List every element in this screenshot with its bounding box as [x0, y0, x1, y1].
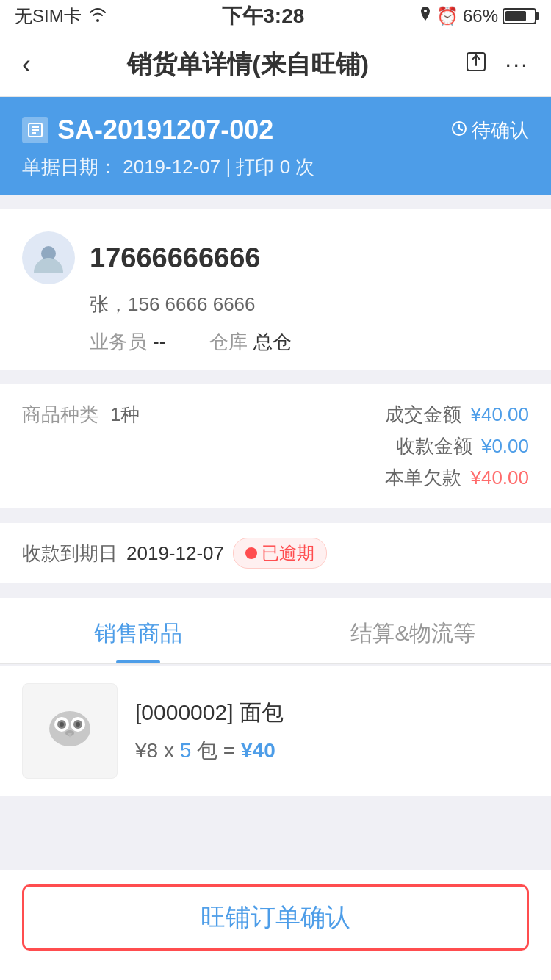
- status-left: 无SIM卡: [15, 4, 108, 28]
- order-id-row: SA-20191207-002 待确认: [22, 115, 529, 145]
- location-icon: [419, 6, 432, 26]
- battery-text: 66%: [463, 6, 498, 26]
- summary-left: 商品种类 1种: [22, 402, 140, 428]
- salesperson-item: 业务员 --: [90, 329, 165, 355]
- warehouse-item: 仓库 总仓: [209, 329, 292, 355]
- customer-name: 张，156 6666 6666: [22, 292, 529, 317]
- overdue-dot-icon: [245, 547, 257, 559]
- page-title: 销货单详情(来自旺铺): [127, 48, 369, 82]
- order-id: SA-20191207-002: [22, 115, 273, 145]
- tab-row: 销售商品 结算&物流等: [0, 598, 551, 663]
- avatar: [22, 231, 75, 284]
- svg-line-8: [459, 129, 462, 130]
- svg-point-16: [76, 722, 80, 727]
- wifi-icon: [87, 6, 108, 26]
- nav-right: ···: [465, 51, 529, 79]
- product-item: [0000002] 面包 ¥8 x 5 包 = ¥40: [22, 683, 529, 779]
- product-name: [0000002] 面包: [135, 698, 529, 728]
- carrier-text: 无SIM卡: [15, 4, 82, 28]
- tab-settlement-logistics[interactable]: 结算&物流等: [276, 598, 551, 663]
- summary-section: 商品种类 1种 成交金额 ¥40.00 收款金额 ¥0.00 本单欠款 ¥40.…: [0, 384, 551, 508]
- customer-section: 17666666666 张，156 6666 6666 业务员 -- 仓库 总仓: [0, 209, 551, 370]
- clock-icon: [451, 119, 467, 142]
- back-button[interactable]: ‹: [22, 49, 31, 80]
- order-header: SA-20191207-002 待确认 单据日期： 2019-12-07 | 打…: [0, 97, 551, 195]
- tab-sales-products[interactable]: 销售商品: [0, 598, 276, 663]
- share-button[interactable]: [465, 51, 487, 79]
- battery-icon: [503, 8, 536, 24]
- nav-bar: ‹ 销货单详情(来自旺铺) ···: [0, 32, 551, 97]
- customer-row: 17666666666: [22, 231, 529, 284]
- alarm-icon: ⏰: [436, 6, 458, 26]
- bottom-bar: 旺铺订单确认: [0, 870, 551, 980]
- summary-right: 成交金额 ¥40.00 收款金额 ¥0.00 本单欠款 ¥40.00: [385, 402, 529, 491]
- order-status: 待确认: [451, 118, 529, 143]
- overdue-badge: 已逾期: [233, 538, 327, 569]
- status-right: ⏰ 66%: [419, 6, 536, 26]
- order-icon: [22, 117, 48, 143]
- svg-point-15: [60, 722, 64, 727]
- received-item: 收款金额 ¥0.00: [396, 433, 529, 459]
- product-price: ¥8 x 5 包 = ¥40: [135, 737, 529, 765]
- order-date-row: 单据日期： 2019-12-07 | 打印 0 次: [22, 154, 529, 180]
- product-thumb-icon: [40, 701, 99, 761]
- product-section: [0000002] 面包 ¥8 x 5 包 = ¥40: [0, 666, 551, 796]
- customer-meta: 业务员 -- 仓库 总仓: [22, 329, 529, 355]
- status-bar: 无SIM卡 下午3:28 ⏰ 66%: [0, 0, 551, 32]
- owed-item: 本单欠款 ¥40.00: [385, 465, 529, 491]
- tab-section: 销售商品 结算&物流等: [0, 598, 551, 664]
- product-thumbnail: [22, 683, 118, 779]
- customer-phone[interactable]: 17666666666: [90, 242, 260, 274]
- product-info: [0000002] 面包 ¥8 x 5 包 = ¥40: [135, 698, 529, 765]
- amount-item: 成交金额 ¥40.00: [385, 402, 529, 428]
- product-type-item: 商品种类 1种: [22, 402, 140, 428]
- due-section: 收款到期日 2019-12-07 已逾期: [0, 523, 551, 583]
- time-display: 下午3:28: [222, 2, 304, 30]
- confirm-order-button[interactable]: 旺铺订单确认: [22, 884, 529, 951]
- svg-point-10: [49, 711, 90, 746]
- more-button[interactable]: ···: [505, 51, 529, 78]
